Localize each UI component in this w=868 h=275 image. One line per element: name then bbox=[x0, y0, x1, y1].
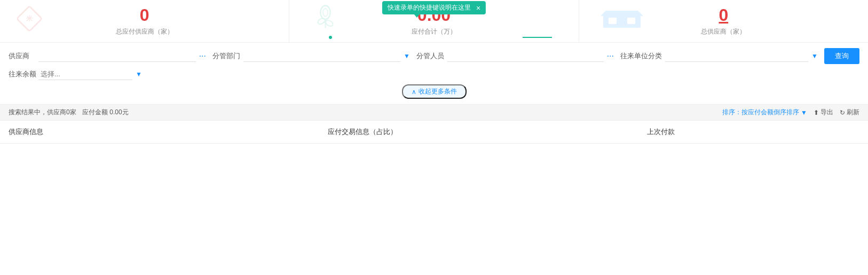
refresh-icon: ↻ bbox=[840, 109, 845, 116]
tooltip-close-button[interactable]: × bbox=[476, 4, 480, 12]
stat-payable-total: 快速录单的快捷键说明在这里 × 0.00 应付合计（万） bbox=[289, 0, 579, 42]
col-supplier-info: 供应商信息 bbox=[9, 127, 328, 137]
export-label: 导出 bbox=[820, 108, 833, 117]
supplier-input[interactable] bbox=[38, 50, 196, 62]
collapse-label: 收起更多条件 bbox=[419, 87, 457, 96]
table-body bbox=[0, 144, 868, 275]
manager-label: 分管人员 bbox=[416, 51, 444, 61]
result-actions: 排序：按应付会额倒序排序 ▼ ⬆ 导出 ↻ 刷新 bbox=[722, 108, 859, 117]
svg-point-5 bbox=[317, 17, 326, 25]
query-button[interactable]: 查询 bbox=[824, 48, 859, 64]
refresh-button[interactable]: ↻ 刷新 bbox=[840, 108, 859, 117]
stat-total-suppliers: 0 总供应商（家） bbox=[579, 0, 868, 42]
payable-suppliers-number: 0 bbox=[140, 6, 149, 25]
supplier-dots-button[interactable]: ··· bbox=[199, 51, 206, 61]
refresh-label: 刷新 bbox=[847, 108, 859, 117]
tooltip-indicator-line bbox=[523, 37, 552, 38]
supplier-filter: 供应商 ··· bbox=[9, 50, 206, 62]
top-stats-bar: 米 0 总应付供应商（家） 快速录单的快捷键说明在这里 × 0.00 应付合计（… bbox=[0, 0, 868, 43]
total-suppliers-label: 总供应商（家） bbox=[701, 27, 746, 36]
export-button[interactable]: ⬆ 导出 bbox=[814, 108, 833, 117]
table-header: 供应商信息 应付交易信息（占比） 上次付款 bbox=[0, 121, 868, 144]
balance-select[interactable] bbox=[38, 68, 132, 80]
svg-point-3 bbox=[323, 9, 328, 17]
stat-payable-suppliers: 米 0 总应付供应商（家） bbox=[0, 0, 289, 42]
manager-filter: 分管人员 ··· bbox=[416, 50, 614, 62]
balance-filter: 往来余额 ▼ bbox=[9, 68, 142, 80]
payable-total-label: 应付合计（万） bbox=[412, 27, 456, 36]
sort-select[interactable]: 排序：按应付会额倒序排序 ▼ bbox=[722, 108, 807, 117]
unit-chevron-icon[interactable]: ▼ bbox=[811, 52, 818, 60]
sort-label: 排序：按应付会额倒序排序 bbox=[722, 108, 799, 117]
collapse-row: ∧ 收起更多条件 bbox=[9, 84, 859, 99]
collapse-chevron-icon: ∧ bbox=[412, 88, 416, 96]
svg-point-6 bbox=[325, 19, 334, 27]
col-transaction-info: 应付交易信息（占比） bbox=[328, 127, 647, 137]
filter-row-1: 供应商 ··· 分管部门 ▼ 分管人员 ··· 往来单位分类 ▼ 查询 bbox=[9, 48, 859, 64]
total-suppliers-number: 0 bbox=[719, 6, 728, 25]
result-summary: 搜索结果中，供应商0家 应付金额 0.00元 bbox=[9, 108, 129, 117]
store-icon bbox=[601, 8, 643, 29]
balance-label: 往来余额 bbox=[9, 69, 35, 79]
department-chevron-icon[interactable]: ▼ bbox=[404, 52, 410, 60]
department-input[interactable] bbox=[243, 50, 400, 62]
collapse-button[interactable]: ∧ 收起更多条件 bbox=[402, 84, 467, 99]
sort-chevron-icon: ▼ bbox=[801, 109, 807, 116]
supplier-label: 供应商 bbox=[9, 51, 35, 61]
svg-rect-8 bbox=[609, 18, 617, 24]
shortcut-tooltip: 快速录单的快捷键说明在这里 × bbox=[382, 1, 486, 14]
result-amount: 应付金额 0.00元 bbox=[82, 108, 129, 116]
grain-icon bbox=[311, 3, 340, 32]
diamond-icon: 米 bbox=[16, 5, 43, 32]
svg-marker-10 bbox=[601, 11, 643, 16]
department-label: 分管部门 bbox=[212, 51, 240, 61]
filter-area: 供应商 ··· 分管部门 ▼ 分管人员 ··· 往来单位分类 ▼ 查询 往来余额 bbox=[0, 43, 868, 105]
unit-input[interactable] bbox=[665, 50, 808, 62]
manager-input[interactable] bbox=[447, 50, 604, 62]
svg-point-2 bbox=[321, 6, 330, 20]
tooltip-indicator-dot bbox=[328, 35, 333, 40]
unit-label: 往来单位分类 bbox=[620, 51, 662, 61]
result-text: 搜索结果中，供应商0家 bbox=[9, 108, 76, 116]
filter-row-2: 往来余额 ▼ bbox=[9, 68, 859, 80]
manager-dots-button[interactable]: ··· bbox=[607, 51, 614, 61]
payable-suppliers-label: 总应付供应商（家） bbox=[116, 27, 173, 36]
balance-chevron-icon[interactable]: ▼ bbox=[136, 70, 142, 78]
department-filter: 分管部门 ▼ bbox=[212, 50, 410, 62]
svg-text:米: 米 bbox=[26, 15, 33, 22]
col-last-payment: 上次付款 bbox=[647, 127, 860, 137]
svg-rect-9 bbox=[627, 18, 635, 24]
tooltip-text: 快速录单的快捷键说明在这里 bbox=[388, 3, 471, 12]
unit-filter: 往来单位分类 ▼ bbox=[620, 50, 818, 62]
export-icon: ⬆ bbox=[814, 109, 819, 116]
result-bar: 搜索结果中，供应商0家 应付金额 0.00元 排序：按应付会额倒序排序 ▼ ⬆ … bbox=[0, 105, 868, 121]
